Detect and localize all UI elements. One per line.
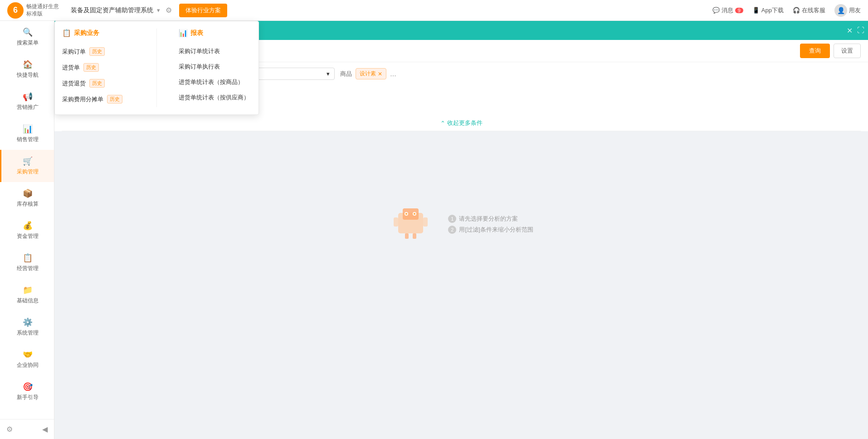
report-incoming-goods[interactable]: 进货单统计表（按商品）	[179, 74, 251, 90]
sidebar-item-quick-nav[interactable]: 🏠 快捷导航	[0, 53, 54, 85]
sidebar-item-enterprise[interactable]: 🤝 企业协同	[0, 343, 54, 375]
svg-rect-9	[423, 217, 428, 227]
reports-col-icon: 📊	[179, 29, 188, 37]
svg-rect-7	[413, 233, 416, 239]
app-download-btn[interactable]: 📱 App下载	[752, 6, 784, 15]
goods-label: 商品	[340, 70, 352, 78]
sidebar-item-operations[interactable]: 📋 经营管理	[0, 247, 54, 279]
industry-btn[interactable]: 体验行业方案	[179, 4, 227, 17]
operations-icon: 📋	[23, 253, 33, 263]
search-icon: 🔍	[23, 27, 33, 37]
marketing-icon: 📢	[23, 92, 33, 102]
goods-tag-remove[interactable]: ✕	[378, 71, 382, 77]
message-badge: 9	[735, 8, 743, 13]
collapse-up-icon: ⌃	[440, 120, 445, 127]
report-order-stats[interactable]: 采购订单统计表	[179, 44, 251, 59]
report-order-exec[interactable]: 采购订单执行表	[179, 59, 251, 74]
query-button[interactable]: 查询	[800, 44, 830, 58]
svg-point-5	[414, 213, 415, 215]
sidebar-item-system[interactable]: ⚙️ 系统管理	[0, 311, 54, 343]
tab-close-icon[interactable]: ✕	[847, 26, 853, 35]
tab-actions: ✕ ⛶	[847, 26, 864, 35]
sidebar: 🔍 搜索菜单 🏠 快捷导航 📢 营销推广 📊 销售管理 🛒 采购管理 📦 库存核…	[0, 21, 54, 439]
user-menu[interactable]: 👤 用友	[834, 4, 861, 17]
enterprise-icon: 🤝	[23, 350, 33, 360]
empty-hints: 1 请先选择要分析的方案 2 用[过滤]条件来缩小分析范围	[448, 215, 533, 237]
purchase-col-icon: 📋	[62, 29, 71, 37]
logo-area: 6 畅捷通好生意 标准版	[7, 2, 62, 19]
system-icon: ⚙️	[23, 317, 33, 327]
history-badge-3[interactable]: 历史	[107, 95, 122, 104]
dropdown-divider	[156, 29, 157, 107]
goods-dots[interactable]: ...	[390, 70, 396, 78]
sidebar-item-inventory[interactable]: 📦 库存核算	[0, 182, 54, 214]
headset-icon: 🎧	[793, 7, 800, 14]
sidebar-item-finance[interactable]: 💰 资金管理	[0, 214, 54, 247]
purchase-incoming-item[interactable]: 进货单 历史	[62, 59, 135, 75]
goods-tag: 设计素 ✕	[356, 68, 386, 79]
status-select[interactable]: ▾	[253, 68, 335, 80]
sidebar-item-guide[interactable]: 🎯 新手引导	[0, 375, 54, 408]
empty-state: 1 请先选择要分析的方案 2 用[过滤]条件来缩小分析范围	[54, 131, 868, 313]
message-icon: 💬	[712, 7, 720, 14]
purchase-col-title: 📋 采购业务	[62, 29, 135, 37]
reports-col-title: 📊 报表	[179, 29, 251, 37]
purchase-dropdown-menu: 📋 采购业务 采购订单 历史 进货单 历史 进货退货 历史 采购费用分摊单 历史…	[54, 21, 259, 115]
collapse-sidebar-icon[interactable]: ◀	[42, 425, 48, 434]
sales-icon: 📊	[23, 124, 33, 134]
reports-col: 📊 报表 采购订单统计表 采购订单执行表 进货单统计表（按商品） 进货单统计表（…	[179, 29, 251, 107]
user-avatar: 👤	[834, 4, 847, 17]
report-incoming-supplier[interactable]: 进货单统计表（按供应商）	[179, 90, 251, 105]
message-btn[interactable]: 💬 消息 9	[712, 6, 743, 15]
svg-rect-8	[394, 217, 398, 227]
system-name: 装备及固定资产辅助管理系统	[71, 6, 153, 15]
system-dropdown-icon[interactable]: ▾	[157, 7, 160, 14]
settings-gear-icon[interactable]: ⚙	[166, 6, 172, 15]
purchase-expense-item[interactable]: 采购费用分摊单 历史	[62, 91, 135, 107]
sidebar-item-search[interactable]: 🔍 搜索菜单	[0, 21, 54, 53]
history-badge-1[interactable]: 历史	[83, 63, 99, 72]
finance-icon: 💰	[23, 221, 33, 231]
topbar-right: 💬 消息 9 📱 App下载 🎧 在线客服 👤 用友	[712, 4, 861, 17]
guide-icon: 🎯	[23, 382, 33, 392]
svg-point-4	[405, 213, 407, 215]
history-badge-0[interactable]: 历史	[89, 47, 105, 56]
purchase-col: 📋 采购业务 采购订单 历史 进货单 历史 进货退货 历史 采购费用分摊单 历史	[62, 29, 135, 107]
topbar-center: 装备及固定资产辅助管理系统 ▾ ⚙ 体验行业方案	[62, 4, 712, 17]
sidebar-item-marketing[interactable]: 📢 营销推广	[0, 85, 54, 118]
sidebar-item-basic-info[interactable]: 📁 基础信息	[0, 279, 54, 311]
logo-text: 畅捷通好生意 标准版	[26, 3, 59, 17]
purchase-icon: 🛒	[23, 156, 33, 166]
collapse-row: ⌃ 收起更多条件	[62, 115, 861, 131]
logo-icon: 6	[7, 2, 24, 19]
right-actions: 查询 设置	[800, 44, 861, 58]
topbar: 6 畅捷通好生意 标准版 装备及固定资产辅助管理系统 ▾ ⚙ 体验行业方案 💬 …	[0, 0, 868, 21]
empty-illustration	[389, 199, 434, 245]
sidebar-item-purchase[interactable]: 🛒 采购管理	[0, 150, 54, 182]
sidebar-bottom: ⚙ ◀	[0, 419, 54, 439]
sidebar-item-sales[interactable]: 📊 销售管理	[0, 118, 54, 150]
collapse-filters-btn[interactable]: ⌃ 收起更多条件	[440, 119, 483, 127]
tab-fullscreen-icon[interactable]: ⛶	[857, 26, 864, 35]
basic-info-icon: 📁	[23, 285, 33, 295]
svg-rect-6	[405, 233, 409, 239]
phone-icon: 📱	[752, 7, 760, 14]
goods-field: 商品 设计素 ✕ ...	[340, 68, 396, 79]
online-service-btn[interactable]: 🎧 在线客服	[793, 6, 825, 15]
home-icon: 🏠	[23, 59, 33, 69]
inventory-icon: 📦	[23, 188, 33, 198]
purchase-order-item[interactable]: 采购订单 历史	[62, 44, 135, 59]
settings-button[interactable]: 设置	[834, 44, 861, 58]
history-badge-2[interactable]: 历史	[89, 79, 105, 88]
purchase-return-item[interactable]: 进货退货 历史	[62, 75, 135, 91]
settings-bottom-icon[interactable]: ⚙	[6, 425, 13, 434]
chevron-down-icon: ▾	[327, 70, 330, 77]
